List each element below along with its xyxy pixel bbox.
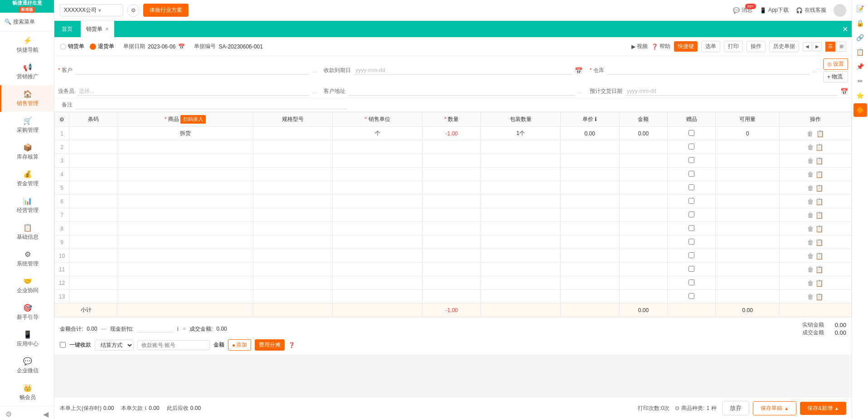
operate-btn[interactable]: 操作	[747, 41, 766, 52]
search-menu-btn[interactable]: 🔍 搜索菜单	[3, 16, 51, 28]
gift-checkbox[interactable]	[689, 144, 694, 149]
settings-bottom-icon[interactable]: ⚙	[5, 410, 12, 419]
sidebar-nav-item-guide[interactable]: 🎯 新手引导	[0, 299, 54, 326]
collapse-icon[interactable]: ◀	[43, 410, 48, 419]
app-download-btn[interactable]: 📱 App下载	[760, 6, 789, 14]
sidebar-nav-item-inventory[interactable]: 📦 库存核算	[0, 139, 54, 165]
expected-date-calendar-icon[interactable]: 📅	[840, 88, 848, 95]
discard-btn[interactable]: 放弃	[722, 401, 749, 415]
add-payment-btn[interactable]: ● 添加	[228, 339, 251, 351]
sidebar-nav-item-system[interactable]: ⚙ 系统管理	[0, 246, 54, 272]
copy-btn[interactable]: 📋	[815, 266, 824, 273]
tab-sales-order[interactable]: 销货单 ×	[81, 21, 114, 37]
trial-btn[interactable]: 体验行业方案	[143, 4, 189, 17]
one-click-checkbox[interactable]	[60, 342, 66, 348]
delete-btn[interactable]: 🗑	[806, 279, 815, 287]
tab-home[interactable]: 首页	[54, 21, 80, 37]
radio-return[interactable]: 退货单	[90, 43, 114, 50]
copy-btn[interactable]: 📋	[815, 184, 824, 192]
copy-btn[interactable]: 📋	[815, 225, 824, 232]
video-action[interactable]: ▶ 视频	[631, 43, 648, 50]
cell-unit-1[interactable]: 个	[333, 127, 422, 140]
delete-btn[interactable]: 🗑	[806, 225, 815, 232]
th-gear[interactable]: ⚙	[55, 112, 69, 127]
cell-price-1[interactable]: 0.00	[560, 127, 619, 140]
sidebar-nav-item-member[interactable]: 👑 畅会员	[0, 379, 54, 406]
warehouse-dots[interactable]: ...	[812, 67, 817, 74]
copy-btn[interactable]: 📋	[815, 239, 824, 246]
scan-btn[interactable]: 扫码录入	[180, 115, 206, 124]
company-selector[interactable]: XXXXXX公司 ▾	[60, 4, 123, 16]
copy-btn[interactable]: 📋	[815, 171, 824, 178]
gift-checkbox[interactable]	[689, 266, 694, 272]
gift-checkbox[interactable]	[689, 171, 694, 177]
product-kind[interactable]: ⊙ 商品种类: 1 种	[675, 405, 717, 412]
cell-pkg-qty-1[interactable]: 1个	[481, 127, 560, 140]
salesperson-input[interactable]	[77, 87, 309, 96]
discount-input[interactable]	[137, 326, 173, 332]
cell-gift-1[interactable]	[668, 127, 716, 140]
copy-btn[interactable]: 📋	[815, 279, 824, 287]
save-new-btn[interactable]: 保存&新增 ▲	[800, 402, 846, 415]
radio-sales[interactable]: 销货单	[60, 43, 84, 50]
grid-view-icon[interactable]: ⊞	[836, 42, 846, 52]
tab-close-btn[interactable]: ×	[105, 25, 109, 33]
gift-checkbox[interactable]	[689, 184, 694, 190]
user-avatar[interactable]	[834, 4, 846, 17]
copy-btn[interactable]: 📋	[815, 144, 824, 151]
sidebar-nav-item-base[interactable]: 📋 基础信息	[0, 219, 54, 246]
cell-barcode-1[interactable]	[69, 127, 117, 140]
sidebar-nav-item-sales[interactable]: 🏠 销售管理	[0, 85, 54, 112]
customer-addr-dots[interactable]: ...	[578, 88, 582, 95]
close-all-tabs-btn[interactable]: ✕	[842, 25, 848, 33]
history-btn[interactable]: 历史单据	[769, 41, 799, 52]
sidebar-nav-item-appstore[interactable]: 📱 应用中心	[0, 326, 54, 352]
sidebar-nav-item-wechat[interactable]: 💬 企业微信	[0, 352, 54, 379]
print-btn[interactable]: 打印	[724, 41, 743, 52]
account-input[interactable]	[137, 340, 210, 350]
copy-btn[interactable]: 📋	[815, 252, 824, 260]
delete-btn[interactable]: 🗑	[806, 212, 815, 219]
copy-row-1-btn[interactable]: 📋	[815, 130, 825, 137]
copy-btn[interactable]: 📋	[815, 157, 824, 164]
customer-input[interactable]	[75, 66, 309, 75]
right-panel-icon-8[interactable]: 🔶	[853, 103, 867, 117]
delete-btn[interactable]: 🗑	[806, 198, 815, 205]
right-panel-icon-4[interactable]: 📋	[853, 45, 867, 59]
list-view-icon[interactable]: ☰	[825, 42, 835, 52]
customer-dots[interactable]: ...	[312, 67, 316, 74]
delete-row-1-btn[interactable]: 🗑	[806, 130, 814, 137]
gift-checkbox[interactable]	[689, 212, 694, 217]
logistics-btn[interactable]: + 物流	[823, 71, 848, 82]
shortcut-btn[interactable]: 快捷键	[674, 41, 698, 52]
sidebar-nav-item-finance[interactable]: 💰 资金管理	[0, 165, 54, 192]
gift-checkbox[interactable]	[689, 225, 694, 231]
prev-arrow[interactable]: ◀	[803, 42, 812, 51]
gift-checkbox-1[interactable]	[689, 130, 694, 136]
sidebar-nav-item-shortcut[interactable]: ⚡ 快捷导航	[0, 32, 54, 58]
sidebar-nav-item-purchase[interactable]: 🛒 采购管理	[0, 112, 54, 139]
help-action[interactable]: ❓ 帮助	[651, 43, 670, 50]
delete-btn[interactable]: 🗑	[806, 293, 815, 300]
delete-btn[interactable]: 🗑	[806, 266, 815, 273]
expected-date-input[interactable]	[625, 87, 838, 96]
delete-btn[interactable]: 🗑	[806, 239, 815, 246]
right-panel-icon-3[interactable]: 🔗	[853, 31, 867, 44]
warehouse-input[interactable]: 建材仓	[607, 66, 810, 75]
gift-checkbox[interactable]	[689, 293, 694, 299]
right-panel-icon-5[interactable]: 📌	[853, 60, 867, 73]
delete-btn[interactable]: 🗑	[806, 157, 815, 164]
cell-spec-1[interactable]	[253, 127, 332, 140]
right-panel-icon-7[interactable]: ⭐	[853, 89, 867, 102]
gift-checkbox[interactable]	[689, 252, 694, 258]
calendar-icon[interactable]: 📅	[178, 43, 185, 50]
delete-btn[interactable]: 🗑	[806, 184, 815, 192]
gift-checkbox[interactable]	[689, 198, 694, 204]
select-btn[interactable]: 选单	[701, 41, 720, 52]
remarks-input[interactable]	[75, 101, 347, 109]
right-panel-icon-2[interactable]: 🔒	[853, 16, 867, 30]
delete-btn[interactable]: 🗑	[806, 252, 815, 260]
salesperson-dots[interactable]: ...	[312, 88, 316, 95]
copy-btn[interactable]: 📋	[815, 293, 824, 300]
save-draft-btn[interactable]: 保存草稿 ▲	[753, 401, 796, 415]
